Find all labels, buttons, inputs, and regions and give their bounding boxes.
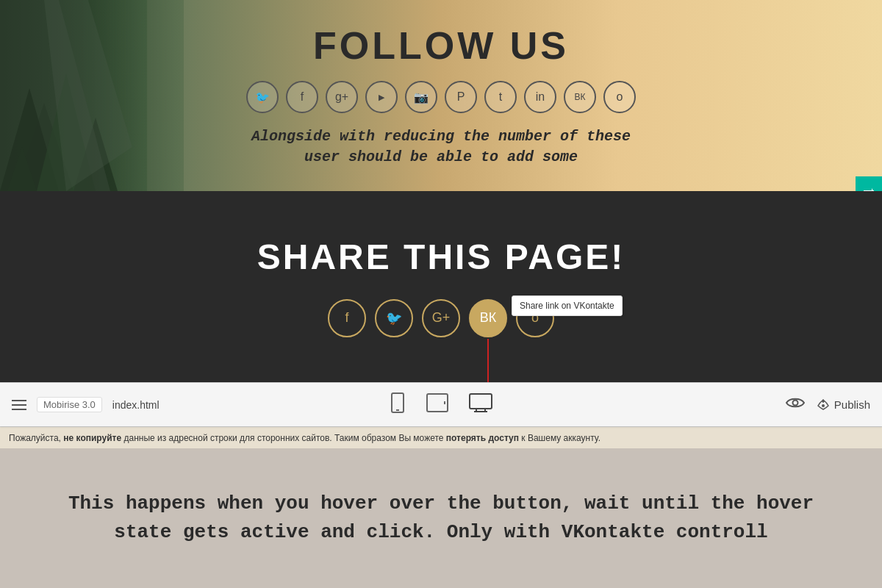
annotation-text: This happens when you hover over the but… bbox=[44, 490, 838, 547]
share-icons-row: f 🐦 G+ ВК Share link on VKontakte о bbox=[328, 299, 554, 337]
share-title: SHARE THIS PAGE! bbox=[257, 237, 625, 277]
share-vk-container: ВК Share link on VKontakte bbox=[469, 299, 507, 337]
follow-youtube-icon[interactable]: ▶ bbox=[365, 81, 398, 113]
preview-icon[interactable] bbox=[786, 396, 805, 413]
file-name-label: index.html bbox=[112, 399, 159, 411]
panel-toggle-icon[interactable] bbox=[856, 176, 882, 191]
share-section: SHARE THIS PAGE! f 🐦 G+ ВК Share link on… bbox=[0, 191, 882, 382]
follow-subtitle: Alongside with reducing the number of th… bbox=[251, 126, 631, 168]
svg-rect-18 bbox=[470, 394, 492, 409]
follow-vk-icon[interactable]: ВК bbox=[564, 81, 596, 113]
follow-twitter-icon[interactable]: 🐦 bbox=[246, 81, 279, 113]
share-facebook-icon[interactable]: f bbox=[328, 299, 366, 337]
toolbar-left: Mobirise 3.0 index.html bbox=[12, 397, 159, 412]
mobile-view-icon[interactable] bbox=[387, 390, 409, 420]
mountain-illustration bbox=[0, 0, 184, 191]
follow-instagram-icon[interactable]: 📷 bbox=[405, 81, 437, 113]
warning-bar: Пожалуйста, не копируйте данные из адрес… bbox=[0, 426, 882, 448]
svg-point-22 bbox=[792, 401, 797, 406]
share-twitter-icon[interactable]: 🐦 bbox=[375, 299, 413, 337]
top-section: FOLLOW US 🐦 f g+ ▶ 📷 P t in ВК о Alongsi… bbox=[0, 0, 882, 191]
warning-text: Пожалуйста, не копируйте данные из адрес… bbox=[9, 433, 600, 443]
bottom-annotation-section: This happens when you hover over the but… bbox=[0, 448, 882, 588]
follow-facebook-icon[interactable]: f bbox=[286, 81, 318, 113]
follow-tumblr-icon[interactable]: t bbox=[484, 81, 517, 113]
svg-point-23 bbox=[822, 404, 825, 407]
toolbar-view-switcher bbox=[387, 390, 495, 420]
follow-us-title: FOLLOW US bbox=[313, 24, 569, 68]
follow-ok-icon[interactable]: о bbox=[603, 81, 636, 113]
vk-tooltip: Share link on VKontakte bbox=[512, 295, 623, 316]
toolbar-right: Publish bbox=[786, 396, 870, 413]
follow-googleplus-icon[interactable]: g+ bbox=[326, 81, 358, 113]
hamburger-menu[interactable] bbox=[12, 400, 26, 410]
mobirise-toolbar: Mobirise 3.0 index.html bbox=[0, 382, 882, 426]
share-googleplus-icon[interactable]: G+ bbox=[422, 299, 460, 337]
follow-linkedin-icon[interactable]: in bbox=[524, 81, 556, 113]
app-title-badge: Mobirise 3.0 bbox=[37, 397, 102, 412]
share-vk-icon[interactable]: ВК bbox=[469, 299, 507, 337]
tablet-view-icon[interactable] bbox=[423, 390, 451, 419]
follow-pinterest-icon[interactable]: P bbox=[445, 81, 477, 113]
publish-button[interactable]: Publish bbox=[817, 398, 870, 412]
publish-label: Publish bbox=[834, 398, 870, 411]
follow-icons-row: 🐦 f g+ ▶ 📷 P t in ВК о bbox=[246, 81, 636, 113]
desktop-view-icon[interactable] bbox=[466, 390, 495, 419]
